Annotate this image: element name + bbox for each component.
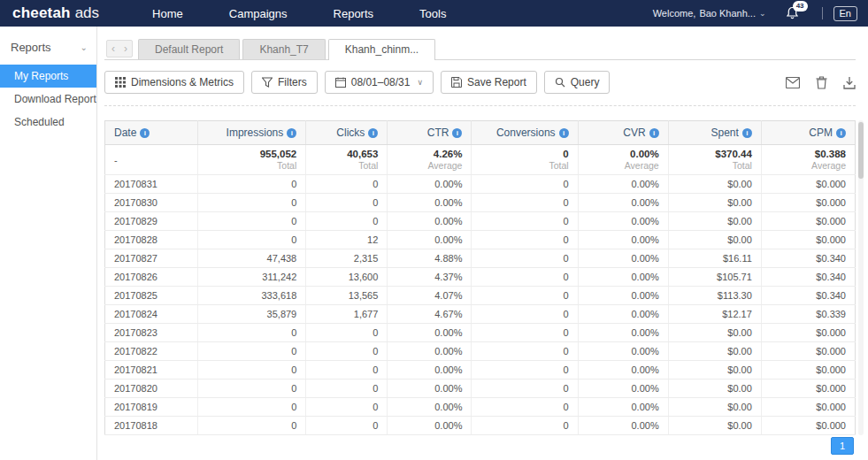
date-range-button[interactable]: 08/01–08/31 ∨ xyxy=(325,71,434,94)
col-header-clicks[interactable]: Clicksi xyxy=(306,121,388,145)
value-cell: 0 xyxy=(472,417,578,435)
table-scrollbar[interactable] xyxy=(858,120,864,435)
email-icon[interactable] xyxy=(786,77,800,88)
col-label: Conversions xyxy=(496,126,556,139)
col-header-cpm[interactable]: CPMi xyxy=(761,121,855,145)
username: Bao Khanh... xyxy=(699,8,756,19)
download-icon[interactable] xyxy=(843,76,856,89)
notifications-button[interactable]: 43 xyxy=(786,6,799,20)
date-cell: 20170825 xyxy=(105,287,198,305)
value-cell: 0.00% xyxy=(578,287,668,305)
sidebar-section-label: Reports xyxy=(11,41,51,54)
brand-logo[interactable]: cheetah ads xyxy=(12,4,99,22)
nav-item-tools[interactable]: Tools xyxy=(419,7,446,20)
dimensions-metrics-label: Dimensions & Metrics xyxy=(131,76,234,88)
tab-scroll-arrows: ‹ › xyxy=(106,40,133,58)
sidebar-item-my-reports[interactable]: My Reports xyxy=(0,65,96,88)
tab-khanh-chinm[interactable]: Khanh_chinm... xyxy=(328,39,435,60)
language-selector[interactable]: En xyxy=(833,6,857,21)
query-label: Query xyxy=(571,76,600,88)
totals-sub: Total xyxy=(207,160,296,171)
value-cell: 4.67% xyxy=(388,305,472,324)
report-toolbar: Dimensions & Metrics Filters 08/01–08/31… xyxy=(104,71,856,94)
tab-khanh-t7[interactable]: Khanh_T7 xyxy=(242,39,325,59)
value-cell: $0.340 xyxy=(761,249,855,268)
value-cell: 0.00% xyxy=(388,361,472,380)
page-button-1[interactable]: 1 xyxy=(831,437,854,455)
welcome-label: Welcome, xyxy=(653,8,696,19)
totals-value: 0.00% xyxy=(588,149,659,159)
info-icon[interactable]: i xyxy=(140,128,150,138)
value-cell: 0 xyxy=(472,231,578,249)
value-cell: 0 xyxy=(306,398,388,417)
nav-item-reports[interactable]: Reports xyxy=(334,7,374,20)
info-icon[interactable]: i xyxy=(368,128,378,138)
table-row: 20170821000.00%00.00%$0.00$0.000 xyxy=(105,361,856,380)
notification-badge: 43 xyxy=(793,1,808,12)
info-icon[interactable]: i xyxy=(742,128,752,138)
totals-sub: Average xyxy=(771,160,846,171)
col-header-cvr[interactable]: CVRi xyxy=(578,121,668,145)
query-button[interactable]: Query xyxy=(544,71,611,94)
sidebar-item-scheduled[interactable]: Scheduled xyxy=(0,111,96,134)
save-report-button[interactable]: Save Report xyxy=(441,71,537,94)
scrollbar-thumb[interactable] xyxy=(858,122,864,179)
col-header-impressions[interactable]: Impressionsi xyxy=(198,121,306,145)
value-cell: $0.000 xyxy=(761,212,855,231)
value-cell: $0.000 xyxy=(761,398,855,417)
col-header-spent[interactable]: Spenti xyxy=(668,121,761,145)
table-row: 2017082747,4382,3154.88%00.00%$16.11$0.3… xyxy=(105,249,856,268)
value-cell: 47,438 xyxy=(198,249,306,268)
table-row: 20170831000.00%00.00%$0.00$0.000 xyxy=(105,175,856,194)
report-table-wrap: Datei Impressionsi Clicksi CTRi Conversi… xyxy=(104,120,856,435)
top-navbar: cheetah ads Home Campaigns Reports Tools… xyxy=(0,0,868,27)
col-header-conversions[interactable]: Conversionsi xyxy=(472,121,578,145)
value-cell: 0 xyxy=(306,342,388,361)
totals-value: 4.26% xyxy=(396,149,462,159)
totals-cell: 0.00%Average xyxy=(578,145,668,175)
info-icon[interactable]: i xyxy=(559,128,569,138)
info-icon[interactable]: i xyxy=(836,128,846,138)
tab-scroll-left-icon[interactable]: ‹ xyxy=(107,41,119,57)
info-icon[interactable]: i xyxy=(287,128,296,138)
value-cell: $0.00 xyxy=(668,212,761,231)
value-cell: 1,677 xyxy=(306,305,388,324)
value-cell: 0.00% xyxy=(388,417,472,435)
value-cell: $0.000 xyxy=(761,380,855,398)
nav-item-campaigns[interactable]: Campaigns xyxy=(229,7,288,20)
user-menu[interactable]: Welcome, Bao Khanh... ⌄ xyxy=(653,8,766,19)
value-cell: 0 xyxy=(472,194,578,212)
value-cell: 0.00% xyxy=(578,194,668,212)
value-cell: 0 xyxy=(472,398,578,417)
value-cell: 4.37% xyxy=(388,268,472,287)
value-cell: $12.17 xyxy=(668,305,761,324)
report-table: Datei Impressionsi Clicksi CTRi Conversi… xyxy=(104,120,856,435)
value-cell: 0 xyxy=(198,417,306,435)
nav-item-home[interactable]: Home xyxy=(152,7,183,20)
table-row: 2017082435,8791,6774.67%00.00%$12.17$0.3… xyxy=(105,305,856,324)
filters-button[interactable]: Filters xyxy=(251,71,318,94)
tab-default-report[interactable]: Default Report xyxy=(138,39,240,59)
col-label: Date xyxy=(114,126,136,139)
value-cell: $0.00 xyxy=(668,324,761,342)
date-cell: 20170818 xyxy=(105,417,198,435)
value-cell: 0.00% xyxy=(578,417,668,435)
dimensions-metrics-button[interactable]: Dimensions & Metrics xyxy=(104,71,244,94)
info-icon[interactable]: i xyxy=(452,128,462,138)
table-row: 20170823000.00%00.00%$0.00$0.000 xyxy=(105,324,856,342)
sidebar-section-reports[interactable]: Reports ⌄ xyxy=(0,27,96,65)
table-header-row: Datei Impressionsi Clicksi CTRi Conversi… xyxy=(105,121,856,145)
col-header-date[interactable]: Datei xyxy=(105,121,198,145)
value-cell: $0.00 xyxy=(668,231,761,249)
trash-icon[interactable] xyxy=(816,76,827,89)
value-cell: 0.00% xyxy=(388,398,472,417)
sidebar-item-download-report[interactable]: Download Report xyxy=(0,88,96,111)
info-icon[interactable]: i xyxy=(649,128,659,138)
sidebar: Reports ⌄ My Reports Download Report Sch… xyxy=(0,27,97,460)
col-header-ctr[interactable]: CTRi xyxy=(388,121,472,145)
nav-right-cluster: Welcome, Bao Khanh... ⌄ 43 En xyxy=(653,6,857,21)
value-cell: 0.00% xyxy=(578,380,668,398)
tab-scroll-right-icon[interactable]: › xyxy=(119,41,132,57)
search-icon xyxy=(555,77,565,88)
value-cell: 0.00% xyxy=(578,268,668,287)
